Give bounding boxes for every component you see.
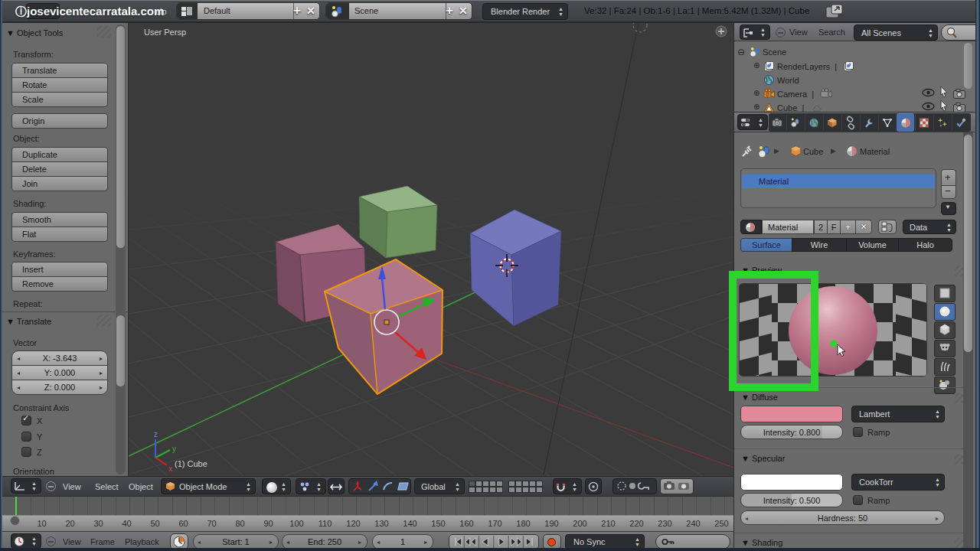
svg-text:x: x <box>168 465 172 473</box>
svg-text:z: z <box>154 430 158 439</box>
svg-text:y: y <box>172 445 176 453</box>
